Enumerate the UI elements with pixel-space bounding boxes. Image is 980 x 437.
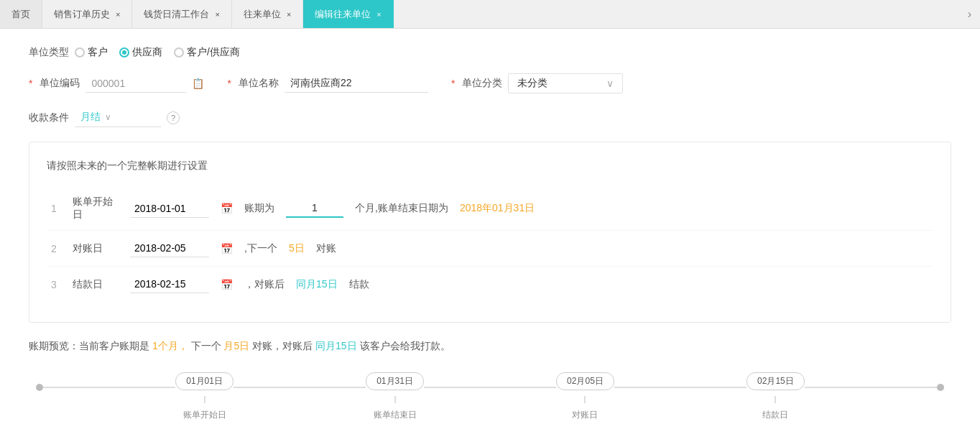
tab-edit-partner-close[interactable]: ×: [376, 10, 381, 19]
timeline-line-3: [614, 387, 746, 388]
row-3-num: 3: [47, 279, 61, 290]
reconcile-date-input[interactable]: [130, 239, 209, 257]
name-required: *: [227, 78, 231, 89]
timeline-badge-1: 01月01日: [175, 372, 234, 390]
timeline-node-1: 01月01日 账单开始日: [175, 372, 234, 421]
payment-desc-prefix: ，对账后: [244, 278, 285, 291]
payment-chevron-icon: ∨: [105, 112, 111, 122]
radio-both-label: 客户/供应商: [187, 46, 240, 59]
page-content: 单位类型 客户 供应商 客户/供应商 * 单位编码: [0, 29, 980, 437]
preview-period: 1个月，: [152, 340, 188, 351]
code-copy-icon[interactable]: 📋: [192, 78, 204, 89]
class-chevron-icon: ∨: [606, 78, 614, 89]
reconcile-desc-prefix: ,下一个: [244, 242, 277, 255]
name-label: 单位名称: [239, 77, 279, 90]
tab-home[interactable]: 首页: [0, 0, 42, 28]
code-required: *: [29, 78, 32, 89]
setting-row-3: 3 结款日 📅 ，对账后 同月15日 结款: [47, 267, 933, 302]
class-select[interactable]: 未分类 ∨: [508, 73, 623, 93]
row-3-label: 结款日: [73, 278, 119, 291]
payment-highlight: 同月15日: [296, 278, 338, 291]
preview-prefix: 账期预览：当前客户账期是: [29, 340, 149, 351]
row-2-num: 2: [47, 243, 61, 254]
unit-code-field: * 单位编码 📋: [29, 75, 204, 93]
timeline-node-4-line: [775, 396, 776, 403]
timeline-node-3: 02月05日 对账日: [556, 372, 614, 421]
timeline-line-4: [805, 387, 937, 388]
timeline-start: [36, 372, 43, 391]
preview-mid2: 对账，对账后: [252, 340, 313, 351]
timeline-badge-3: 02月05日: [556, 372, 614, 390]
radio-customer[interactable]: 客户: [75, 46, 108, 59]
row-2-label: 对账日: [73, 242, 119, 255]
tab-partner[interactable]: 往来单位 ×: [232, 0, 303, 28]
unit-type-label: 单位类型: [29, 46, 69, 59]
period-input[interactable]: [286, 199, 343, 218]
tab-cash-work-close[interactable]: ×: [215, 10, 219, 19]
reconcile-date-calendar-icon[interactable]: 📅: [221, 243, 233, 254]
code-name-row: * 单位编码 📋 * 单位名称 * 单位分类 未分类 ∨: [29, 73, 951, 93]
timeline: 01月01日 账单开始日 01月31日 账单结束日 02月05日 对账日 02月…: [29, 372, 951, 421]
timeline-line-0: [43, 387, 175, 388]
code-label: 单位编码: [40, 77, 80, 90]
timeline-end-dot: [937, 384, 944, 391]
tab-partner-close[interactable]: ×: [287, 10, 291, 19]
tab-partner-label: 往来单位: [244, 8, 281, 21]
timeline-line-1: [234, 387, 366, 388]
row-1-label: 账单开始日: [73, 196, 119, 221]
code-input[interactable]: [85, 75, 186, 93]
payment-desc-suffix: 结款: [349, 278, 369, 291]
timeline-end: [937, 372, 944, 391]
tab-cash-work-label: 钱货日清工作台: [144, 8, 209, 21]
tab-bar: 首页 销售订单历史 × 钱货日清工作台 × 往来单位 × 编辑往来单位 × ›: [0, 0, 980, 29]
payment-help-icon[interactable]: ?: [167, 111, 180, 124]
unit-type-row: 单位类型 客户 供应商 客户/供应商: [29, 46, 951, 59]
unit-type-field: 单位类型 客户 供应商 客户/供应商: [29, 46, 240, 59]
tab-home-label: 首页: [11, 8, 30, 21]
preview-highlight1: 月5日: [223, 340, 249, 351]
class-required: *: [451, 78, 455, 89]
tab-sales-history-label: 销售订单历史: [54, 8, 110, 21]
preview-section: 账期预览：当前客户账期是 1个月， 下一个 月5日 对账，对账后 同月15日 该…: [29, 337, 951, 355]
setting-row-1: 1 账单开始日 📅 账期为 个月,账单结束日期为 2018年01月31日: [47, 187, 933, 231]
tab-cash-work[interactable]: 钱货日清工作台 ×: [132, 0, 231, 28]
radio-supplier-circle: [119, 47, 129, 58]
timeline-badge-2: 01月31日: [366, 372, 424, 390]
radio-supplier-label: 供应商: [132, 46, 162, 59]
period-desc1: 账期为: [244, 202, 274, 215]
tab-more-button[interactable]: ›: [959, 0, 980, 28]
tab-sales-history[interactable]: 销售订单历史 ×: [42, 0, 132, 28]
reconcile-highlight: 5日: [289, 242, 305, 255]
reconcile-desc-suffix: 对账: [316, 242, 336, 255]
timeline-label-4: 结款日: [762, 409, 788, 421]
timeline-start-dot: [36, 384, 43, 391]
payment-select[interactable]: 月结 ∨: [75, 108, 161, 127]
payment-row: 收款条件 月结 ∨ ?: [29, 108, 951, 127]
payment-date-calendar-icon[interactable]: 📅: [221, 279, 233, 290]
unit-class-field: * 单位分类 未分类 ∨: [451, 73, 623, 93]
row-1-num: 1: [47, 203, 61, 214]
tab-sales-history-close[interactable]: ×: [116, 10, 120, 19]
payment-date-input[interactable]: [130, 275, 209, 293]
radio-customer-circle: [75, 47, 85, 58]
radio-both[interactable]: 客户/供应商: [174, 46, 240, 59]
start-date-calendar-icon[interactable]: 📅: [221, 203, 233, 214]
section-title: 请按照未来的一个完整帐期进行设置: [47, 160, 933, 172]
timeline-node-2: 01月31日 账单结束日: [366, 372, 424, 421]
name-input[interactable]: [285, 75, 428, 93]
timeline-line-2: [424, 387, 556, 388]
preview-mid1: 下一个: [191, 340, 221, 351]
payment-field: 收款条件 月结 ∨ ?: [29, 108, 180, 127]
tab-edit-partner[interactable]: 编辑往来单位 ×: [303, 0, 393, 28]
unit-name-field: * 单位名称: [227, 75, 427, 93]
setting-row-2: 2 对账日 📅 ,下一个 5日 对账: [47, 231, 933, 267]
radio-customer-label: 客户: [88, 46, 108, 59]
radio-both-circle: [174, 47, 184, 58]
radio-supplier[interactable]: 供应商: [119, 46, 162, 59]
timeline-node-4: 02月15日 结款日: [746, 372, 805, 421]
class-label: 单位分类: [462, 77, 502, 90]
start-date-input[interactable]: [130, 200, 209, 218]
preview-suffix: 该客户会给我打款。: [360, 340, 450, 351]
timeline-label-2: 账单结束日: [374, 409, 417, 421]
help-text: ?: [171, 114, 175, 122]
